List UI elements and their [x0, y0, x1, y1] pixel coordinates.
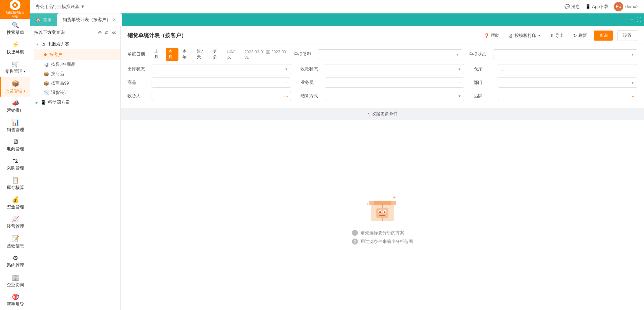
payment-status-label: 收款状态: [301, 66, 321, 72]
tab-minimize-btn[interactable]: －: [629, 17, 634, 23]
svg-rect-11: [379, 215, 385, 216]
user-profile[interactable]: Ea demo2: [614, 2, 639, 11]
warehouse-select[interactable]: ...: [498, 64, 637, 74]
page-header: 销货单统计表（按客户） ❓ 帮助 🖨 按模板打印 ▼ ⬆: [121, 26, 644, 44]
product-select[interactable]: ···: [152, 78, 291, 88]
consignee-dots-icon[interactable]: ···: [284, 93, 288, 99]
collapse-bar[interactable]: ∧ 收起更多条件: [121, 108, 644, 119]
tabs-bar: 🏠 首页 销货单统计表（按客户） ✕ － ⛶: [30, 13, 644, 26]
sidebar-item-system[interactable]: ⚙ 系统管理: [0, 252, 30, 271]
by-customer-product-icon: 📊: [44, 62, 49, 67]
date-tab-last-month[interactable]: 上月: [152, 48, 164, 61]
tab-close-icon[interactable]: ✕: [113, 17, 116, 22]
print-btn[interactable]: 🖨 按模板打印 ▼: [506, 31, 543, 40]
sidebar-item-search[interactable]: 🔍 搜索菜单: [0, 19, 30, 38]
sidebar-item-operations[interactable]: 📈 经营管理: [0, 213, 30, 232]
scheme-by-product[interactable]: 📦 按商品: [34, 69, 120, 79]
sidebar-item-sales[interactable]: 📊 销售管理: [0, 116, 30, 136]
message-btn[interactable]: 💬 消息: [565, 4, 580, 10]
salesperson-select[interactable]: ···: [325, 78, 464, 88]
wholesale-icon: 📦: [12, 80, 19, 87]
panel-header: 按以下方案查询 ⊕ ⊚ ≪: [30, 26, 120, 39]
desktop-group[interactable]: ▼ 🖥 电脑端方案: [30, 39, 120, 49]
date-tab-custom[interactable]: 自定义: [224, 48, 241, 61]
date-tab-more[interactable]: 更多: [210, 48, 223, 61]
app-download-btn[interactable]: 📱 App下载: [585, 4, 608, 10]
mobile-icon: 📱: [40, 100, 46, 105]
doc-status-label: 单据状态: [469, 51, 489, 57]
inventory-icon: 📋: [12, 176, 19, 184]
app-download-icon: 📱: [585, 4, 591, 9]
sidebar-item-marketing[interactable]: 📣 营销推广: [0, 97, 30, 116]
out-status-select[interactable]: ▼: [152, 64, 291, 74]
scheme-return-stat[interactable]: 📉 退货统计: [34, 88, 120, 97]
hint-num-1: 1: [352, 230, 358, 236]
mobile-group[interactable]: ▶ 📱 移动端方案: [30, 97, 120, 107]
sidebar-item-wholesale[interactable]: 📦 批发管理 ▲: [0, 77, 30, 97]
tab-home[interactable]: 🏠 首页: [30, 13, 57, 26]
empty-hint-2: 2 用过滤条件来缩小分析范围: [352, 239, 413, 245]
scheme-by-customer-product[interactable]: 📊 按客户+商品: [34, 60, 120, 69]
logo-icon: [10, 0, 20, 10]
empty-hint-1: 1 请先选择要分析的方案: [352, 230, 413, 236]
ecommerce-icon: 🖥: [12, 138, 18, 145]
payment-status-select[interactable]: ▼: [325, 64, 464, 74]
sidebar-item-inventory[interactable]: 📋 库存核算: [0, 174, 30, 193]
sidebar-item-retail[interactable]: 🛒 零售管理 ▼: [0, 58, 30, 77]
sidebar-item-newbie[interactable]: 🎯 新手引导: [0, 291, 30, 310]
filter-row-2: 出库状态 ▼ 收款状态 ▼ 仓库 ...: [127, 64, 637, 74]
refresh-btn[interactable]: ↻ 刷新: [571, 31, 590, 40]
brand-select[interactable]: ···: [498, 91, 637, 101]
query-btn[interactable]: 查询: [594, 31, 613, 41]
settings-btn[interactable]: 设置: [617, 30, 637, 41]
svg-text:✦: ✦: [366, 202, 369, 207]
panel-header-icons: ⊕ ⊚ ≪: [98, 30, 116, 35]
add-scheme-icon[interactable]: ⊕: [98, 30, 102, 35]
doc-type-select[interactable]: ▼: [318, 49, 462, 59]
search-icon: 🔍: [12, 21, 19, 29]
desktop-icon: 🖥: [41, 42, 46, 47]
tabs-right: － ⛶: [629, 13, 644, 26]
group-toggle-icon: ▼: [36, 43, 39, 46]
sidebar-item-ecommerce[interactable]: 🖥 电商管理: [0, 136, 30, 155]
sidebar-item-base[interactable]: 📝 基础信息: [0, 232, 30, 252]
help-btn[interactable]: ❓ 帮助: [481, 31, 502, 40]
avatar: Ea: [614, 2, 623, 11]
date-tab-7days[interactable]: 近7天: [194, 48, 209, 61]
sidebar-item-enterprise[interactable]: 🏢 企业协同: [0, 271, 30, 291]
content-area: 按以下方案查询 ⊕ ⊚ ≪ ▼ 🖥 电脑端方案 ● 按客户 📊: [30, 26, 644, 310]
payment-status-arrow-icon: ▼: [458, 67, 461, 71]
collapse-panel-icon[interactable]: ≪: [111, 30, 116, 35]
home-icon: 🏠: [36, 17, 41, 22]
sidebar-item-purchase[interactable]: 🛍 采购管理: [0, 155, 30, 174]
export-btn[interactable]: ⬆ 导出: [547, 31, 567, 40]
by-customer-icon: ●: [44, 51, 47, 58]
out-status-arrow-icon: ▼: [285, 67, 288, 71]
product-label: 商品: [127, 80, 148, 86]
panel-title: 按以下方案查询: [34, 30, 65, 36]
scheme-by-product-99[interactable]: 📦 按商品99: [34, 79, 120, 88]
svg-point-9: [379, 211, 381, 213]
tab-sales-stat[interactable]: 销货单统计表（按客户） ✕: [57, 13, 122, 26]
by-product-99-icon: 📦: [44, 81, 49, 86]
empty-state: ✦ ✦ 1 请先选择要分析的方案: [121, 120, 644, 310]
brand-dots-icon[interactable]: ···: [630, 93, 634, 99]
base-icon: 📝: [12, 235, 19, 242]
scheme-by-customer[interactable]: ● 按客户: [34, 49, 120, 60]
date-tab-this-year[interactable]: 本年: [180, 48, 193, 61]
app-name: 畅捷通好生意: [6, 11, 24, 14]
settlement-select[interactable]: ▼: [325, 91, 464, 101]
date-tab-this-month[interactable]: 本月: [166, 48, 178, 61]
topbar-dropdown[interactable]: 办公用品行业模拟账套 ▼: [36, 4, 85, 10]
settings-scheme-icon[interactable]: ⊚: [105, 30, 109, 35]
salesperson-dots-icon[interactable]: ···: [457, 80, 461, 85]
sidebar-item-quick-nav[interactable]: ⚡ 快捷导航: [0, 38, 30, 58]
dept-select[interactable]: ▼: [498, 78, 637, 88]
doc-status-select[interactable]: ▼: [493, 49, 637, 59]
sidebar-item-finance[interactable]: 💰 资金管理: [0, 193, 30, 213]
product-dots-icon[interactable]: ···: [284, 80, 288, 85]
hint-num-2: 2: [352, 239, 358, 245]
wholesale-arrow: ▲: [23, 89, 26, 93]
tab-maximize-btn[interactable]: ⛶: [637, 17, 641, 22]
consignee-select[interactable]: ···: [152, 91, 291, 101]
